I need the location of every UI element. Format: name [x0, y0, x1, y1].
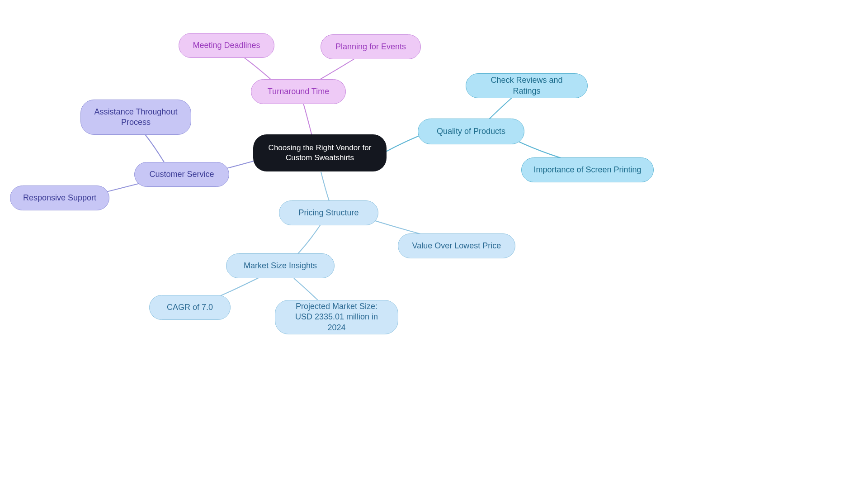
center-label: Choosing the Right Vendor for Custom Swe… [264, 143, 376, 163]
node-market-insights[interactable]: Market Size Insights [226, 253, 335, 278]
node-value[interactable]: Value Over Lowest Price [398, 233, 515, 258]
center-node[interactable]: Choosing the Right Vendor for Custom Swe… [253, 134, 387, 171]
node-assistance[interactable]: Assistance Throughout Process [80, 100, 191, 135]
node-planning[interactable]: Planning for Events [321, 34, 421, 59]
screen-printing-label: Importance of Screen Printing [533, 165, 641, 175]
reviews-label: Check Reviews and Ratings [477, 75, 576, 96]
node-turnaround[interactable]: Turnaround Time [251, 79, 346, 104]
pricing-label: Pricing Structure [298, 208, 359, 218]
node-cagr[interactable]: CAGR of 7.0 [149, 295, 231, 320]
value-label: Value Over Lowest Price [412, 241, 501, 251]
deadlines-label: Meeting Deadlines [193, 40, 260, 51]
node-deadlines[interactable]: Meeting Deadlines [179, 33, 274, 58]
node-reviews[interactable]: Check Reviews and Ratings [466, 73, 588, 98]
turnaround-label: Turnaround Time [268, 86, 329, 97]
quality-label: Quality of Products [437, 126, 505, 137]
node-projected[interactable]: Projected Market Size: USD 2335.01 milli… [275, 300, 398, 334]
cagr-label: CAGR of 7.0 [167, 302, 213, 313]
node-customer-service[interactable]: Customer Service [134, 162, 229, 187]
customer-service-label: Customer Service [149, 169, 214, 180]
assistance-label: Assistance Throughout Process [92, 107, 180, 128]
node-pricing[interactable]: Pricing Structure [279, 200, 378, 225]
planning-label: Planning for Events [335, 42, 406, 52]
responsive-label: Responsive Support [23, 193, 96, 203]
node-quality[interactable]: Quality of Products [418, 119, 524, 144]
node-responsive[interactable]: Responsive Support [10, 186, 109, 210]
market-insights-label: Market Size Insights [244, 261, 317, 271]
node-screen-printing[interactable]: Importance of Screen Printing [521, 157, 654, 182]
projected-label: Projected Market Size: USD 2335.01 milli… [286, 301, 387, 333]
